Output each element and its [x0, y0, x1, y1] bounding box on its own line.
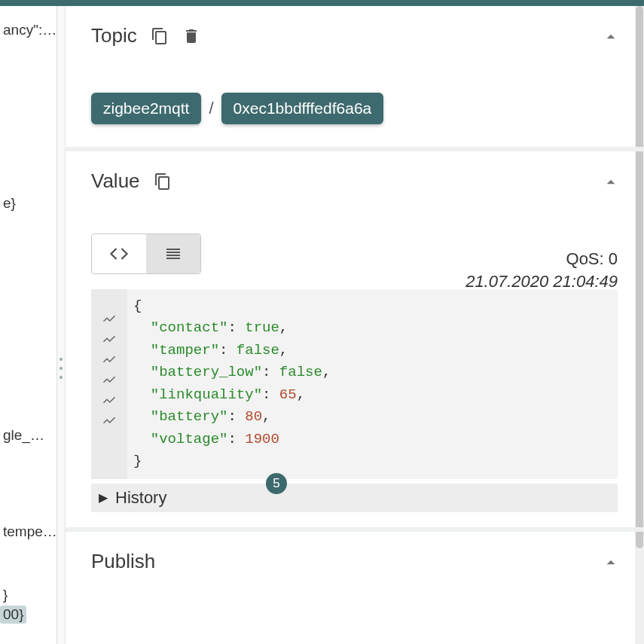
collapse-publish-chevron-icon[interactable] — [601, 553, 621, 575]
value-view-toggle — [91, 233, 201, 274]
topic-breadcrumb: zigbee2mqtt / 0xec1bbdfffedf6a6a — [91, 93, 618, 124]
json-gutter — [91, 289, 127, 479]
publish-title: Publish — [91, 550, 155, 573]
topic-segment[interactable]: 0xec1bbdfffedf6a6a — [221, 93, 384, 124]
trend-icon[interactable] — [102, 312, 116, 325]
formatted-view-button[interactable] — [146, 234, 200, 273]
trend-icon[interactable] — [102, 332, 116, 346]
tree-node[interactable]: tempe… — [0, 523, 57, 541]
delete-icon[interactable] — [182, 27, 200, 45]
main-content: Topic zigbee2mqtt / 0xec1bbdfffedf6a6a — [57, 6, 644, 644]
value-section: Value QoS: 0 — [66, 151, 643, 532]
timestamp-label: 21.07.2020 21:04:49 — [465, 272, 618, 291]
publish-section: Publish — [66, 532, 643, 633]
collapse-value-chevron-icon[interactable] — [601, 172, 621, 195]
json-code[interactable]: { "contact": true, "tamper": false, "bat… — [127, 289, 340, 479]
topic-segment[interactable]: zigbee2mqtt — [91, 93, 201, 124]
topic-title: Topic — [91, 24, 137, 47]
trend-icon[interactable] — [102, 353, 116, 366]
copy-icon[interactable] — [154, 172, 172, 191]
collapse-topic-chevron-icon[interactable] — [601, 27, 621, 50]
tree-node[interactable]: e} — [0, 194, 19, 212]
tree-node[interactable]: } — [0, 586, 11, 604]
trend-icon[interactable] — [102, 373, 116, 386]
tree-node[interactable]: gle_… — [0, 426, 47, 444]
app-topbar — [0, 0, 644, 6]
topic-tree-sidebar[interactable]: ancy":…e}gle_…tempe…}00} — [0, 6, 57, 644]
copy-icon[interactable] — [151, 27, 169, 45]
split-drag-handle[interactable] — [57, 358, 65, 379]
history-label: History — [115, 488, 166, 508]
value-title: Value — [91, 169, 140, 193]
tree-node[interactable]: ancy":… — [0, 21, 57, 39]
history-toggle[interactable]: ▶ History 5 — [91, 484, 618, 512]
topic-separator: / — [207, 99, 215, 118]
topic-section: Topic zigbee2mqtt / 0xec1bbdfffedf6a6a — [66, 6, 643, 151]
qos-label: QoS: 0 — [465, 249, 618, 269]
history-count-badge: 5 — [266, 473, 287, 494]
trend-icon[interactable] — [102, 414, 116, 427]
json-payload: { "contact": true, "tamper": false, "bat… — [91, 289, 618, 479]
tree-node[interactable]: 00} — [0, 606, 26, 624]
trend-icon[interactable] — [102, 393, 116, 407]
raw-view-button[interactable] — [92, 234, 146, 273]
expand-icon: ▶ — [99, 490, 108, 505]
